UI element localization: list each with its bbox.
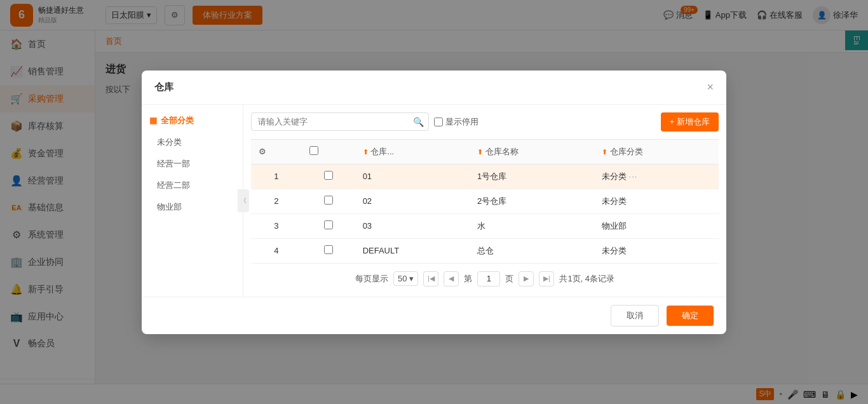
confirm-button[interactable]: 确定 xyxy=(667,306,714,326)
show-disabled-checkbox[interactable]: 显示停用 xyxy=(434,116,478,128)
sort-icon-cat: ⬆ xyxy=(602,148,607,156)
row-name: 总仓 xyxy=(470,238,594,263)
row-index: 4 xyxy=(251,238,302,263)
last-page-button[interactable]: ▶| xyxy=(539,271,554,286)
per-page-select[interactable]: 50 ▾ xyxy=(393,271,418,286)
row-checkbox-cell xyxy=(302,213,355,238)
modal-title: 仓库 xyxy=(154,81,173,93)
category-item-operations1[interactable]: 经营一部 xyxy=(142,153,243,175)
category-panel: ▦ 全部分类 未分类 经营一部 经营二部 物业部 《 xyxy=(142,105,243,297)
modal-header: 仓库 × xyxy=(142,71,726,105)
total-info: 共1页, 4条记录 xyxy=(559,273,614,285)
col-checkbox xyxy=(302,139,355,164)
warehouse-table: ⚙ ⬆ 仓库... ⬆ 仓库名称 ⬆ xyxy=(251,139,719,264)
category-item-unclassified[interactable]: 未分类 xyxy=(142,131,243,153)
search-input[interactable] xyxy=(251,112,429,131)
add-warehouse-button[interactable]: + 新增仓库 xyxy=(661,112,719,131)
sort-icon-name: ⬆ xyxy=(477,148,483,156)
select-all-checkbox[interactable] xyxy=(309,146,318,155)
show-disabled-label: 显示停用 xyxy=(445,116,478,128)
per-page-value: 50 xyxy=(398,274,407,283)
table-row[interactable]: 2 02 2号仓库 未分类 xyxy=(251,189,719,213)
col-category: ⬆ 仓库分类 xyxy=(594,139,719,164)
row-index: 1 xyxy=(251,164,302,189)
page-label: 第 xyxy=(464,273,472,285)
modal-body: ▦ 全部分类 未分类 经营一部 经营二部 物业部 《 xyxy=(142,105,726,297)
all-categories-label: 全部分类 xyxy=(161,115,194,126)
modal-footer: 取消 确定 xyxy=(142,297,726,334)
row-index: 2 xyxy=(251,189,302,213)
row-code: DEFAULT xyxy=(355,238,470,263)
table-row[interactable]: 3 03 水 物业部 xyxy=(251,213,719,238)
row-checkbox-cell xyxy=(302,164,355,189)
row-category: 物业部 xyxy=(594,213,719,238)
per-page-label: 每页显示 xyxy=(355,273,388,285)
pagination: 每页显示 50 ▾ |◀ ◀ 第 页 ▶ ▶| 共1页, 4条记录 xyxy=(251,264,719,289)
search-input-wrap: 🔍 xyxy=(251,112,429,131)
sort-icon: ⬆ xyxy=(363,148,369,156)
category-item-operations2[interactable]: 经营二部 xyxy=(142,175,243,196)
table-panel: 🔍 显示停用 + 新增仓库 ⚙ ⬆ xyxy=(243,105,726,297)
col-code: ⬆ 仓库... xyxy=(355,139,470,164)
table-row[interactable]: 4 DEFAULT 总仓 未分类 xyxy=(251,238,719,263)
row-dots[interactable]: ··· xyxy=(629,172,638,181)
col-gear: ⚙ xyxy=(251,139,302,164)
row-code: 03 xyxy=(355,213,470,238)
all-categories-button[interactable]: ▦ 全部分类 xyxy=(142,110,243,131)
col-name: ⬆ 仓库名称 xyxy=(470,139,594,164)
page-number-input[interactable] xyxy=(477,271,500,286)
next-page-button[interactable]: ▶ xyxy=(519,271,534,286)
first-page-button[interactable]: |◀ xyxy=(423,271,438,286)
warehouse-modal: 仓库 × ▦ 全部分类 未分类 经营一部 经营二部 xyxy=(142,71,726,334)
row-code: 02 xyxy=(355,189,470,213)
row-category: 未分类 xyxy=(594,238,719,263)
modal-close-button[interactable]: × xyxy=(707,81,714,94)
collapse-panel-button[interactable]: 《 xyxy=(238,189,249,212)
per-page-dropdown-icon: ▾ xyxy=(409,274,414,283)
row-index: 3 xyxy=(251,213,302,238)
row-category: 未分类 xyxy=(594,189,719,213)
row-checkbox-cell xyxy=(302,189,355,213)
row-checkbox[interactable] xyxy=(324,196,333,205)
row-checkbox[interactable] xyxy=(324,171,333,180)
prev-page-button[interactable]: ◀ xyxy=(444,271,459,286)
table-toolbar: 🔍 显示停用 + 新增仓库 xyxy=(251,112,719,131)
grid-icon: ▦ xyxy=(149,116,157,125)
row-checkbox[interactable] xyxy=(324,220,333,229)
page-unit: 页 xyxy=(505,273,513,285)
search-icon[interactable]: 🔍 xyxy=(413,117,424,127)
row-checkbox[interactable] xyxy=(324,245,333,254)
row-name: 2号仓库 xyxy=(470,189,594,213)
row-name: 1号仓库 xyxy=(470,164,594,189)
cancel-button[interactable]: 取消 xyxy=(611,305,659,327)
row-code: 01 xyxy=(355,164,470,189)
show-disabled-input[interactable] xyxy=(434,118,443,126)
row-name: 水 xyxy=(470,213,594,238)
table-row[interactable]: 1 01 1号仓库 未分类 ··· xyxy=(251,164,719,189)
modal-overlay: 仓库 × ▦ 全部分类 未分类 经营一部 经营二部 xyxy=(0,0,868,404)
row-checkbox-cell xyxy=(302,238,355,263)
category-item-property[interactable]: 物业部 xyxy=(142,196,243,218)
row-category: 未分类 ··· xyxy=(594,164,719,189)
